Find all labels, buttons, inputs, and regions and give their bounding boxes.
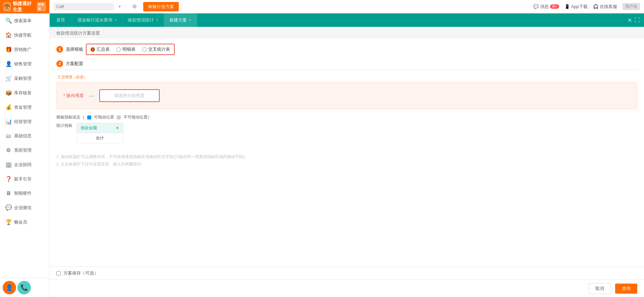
radio-cross-input[interactable] (142, 47, 147, 52)
step1-title: 选择模板 (66, 46, 83, 52)
sidebar-item-finance[interactable]: 💰 资金管理 (0, 100, 49, 114)
cart-icon: 🛒 (5, 75, 11, 82)
non-draggable-badge (117, 115, 121, 119)
sidebar-item-sales[interactable]: 👤 销售管理 (0, 57, 49, 71)
sidebar-item-newbie[interactable]: ❓ 新手引导 (0, 172, 49, 186)
chevron-down-icon[interactable]: ▼ (116, 126, 119, 130)
footer-bar: 取消 查询 (50, 280, 644, 297)
save-label: 方案保存（可选） (63, 270, 98, 276)
chevron-down-icon[interactable]: ▼ (118, 5, 121, 8)
chart-icon: 📊 (5, 118, 11, 125)
tab-bar: 首页 现金银行流水查询 × 收款情况统计 × 新建方案 × ✕ ⛶ (50, 13, 644, 27)
sidebar-item-system[interactable]: ⚙ 系统管理 (0, 143, 49, 157)
dimension-config-block: 汇总维度（必选） * 纵向维度 — 请选择分组维度 (56, 74, 637, 109)
service-item[interactable]: 🎧 在线客服 (593, 4, 617, 10)
indicator-tables: 统计指标 收款金额 ▼ 合计 (56, 123, 637, 143)
chat-icon: 💬 (5, 204, 11, 211)
trial-button[interactable]: 体验行业方案 (143, 2, 179, 11)
sidebar-item-quick-nav[interactable]: 🏠 快捷导航 (0, 28, 49, 42)
tab-collection-stat-label: 收款情况统计 (128, 17, 154, 23)
radio-summary[interactable]: 汇总表 (91, 46, 110, 52)
question-icon: ❓ (5, 176, 11, 182)
tab-home[interactable]: 首页 (50, 13, 72, 27)
notification-item[interactable]: 💬 消息 99+ (533, 4, 559, 10)
sidebar-item-label: 畅会员 (14, 219, 27, 225)
download-item[interactable]: 📱 App下载 (565, 4, 588, 10)
cancel-button[interactable]: 取消 (588, 283, 611, 294)
radio-detail[interactable]: 明细表 (116, 46, 136, 52)
money-icon: 💰 (5, 104, 11, 110)
sidebar-item-label: 采购管理 (14, 76, 32, 82)
indicator-section-title: 模板指标设定（ (56, 114, 85, 120)
sidebar-bottom-icon1[interactable]: 👤 (3, 281, 16, 294)
notification-label: 消息 (540, 4, 549, 10)
service-icon: 🎧 (593, 4, 598, 9)
radio-cross-label: 交叉统计表 (148, 46, 170, 52)
content-area: 收款情况统计方案设置 1 选择模板 汇总表 明细表 (50, 27, 644, 297)
indicator-table: 收款金额 ▼ 合计 (76, 123, 123, 143)
sidebar-item-search-menu[interactable]: 🔍 搜索菜单 (0, 13, 49, 28)
dimension-select-box[interactable]: 请选择分组维度 (99, 89, 160, 102)
folder-icon: 🗂 (5, 133, 11, 139)
sidebar-item-label: 营销推广 (14, 47, 32, 53)
step1-section: 1 选择模板 汇总表 明细表 交叉统计表 (56, 44, 637, 55)
breadcrumb: 收款情况统计方案设置 (56, 31, 100, 36)
sidebar-bottom-icon2[interactable]: 📞 (17, 281, 31, 294)
sidebar-item-label: 快捷导航 (14, 32, 32, 38)
step2-header: 2 方案配置 (56, 60, 637, 70)
sidebar-item-purchase[interactable]: 🛒 采购管理 (0, 71, 49, 86)
stat-indicator-text: 统计指标 (56, 123, 72, 128)
tab-close-all-icon[interactable]: ✕ (628, 17, 632, 23)
tab-new-plan[interactable]: 新建方案 × (164, 13, 197, 27)
sidebar-item-member[interactable]: 🏆 畅会员 (0, 215, 49, 229)
box-icon: 📦 (5, 90, 11, 96)
tips-item-1: 1. 拖动标题栏可以调整布局，不可跨维度或指标区域拖动栏目字段(只能在同一维度或… (56, 153, 637, 161)
radio-detail-label: 明细表 (122, 46, 136, 52)
tab-collection-stat[interactable]: 收款情况统计 × (122, 13, 164, 27)
radio-summary-input[interactable] (91, 47, 95, 52)
draggable-label: 可拖动位置 (94, 114, 114, 120)
sidebar-item-label: 新手引导 (14, 176, 32, 182)
search-menu-icon: 🔍 (5, 17, 11, 24)
user-avatar[interactable]: 用户名 (623, 3, 640, 10)
indicator-stat-label: 统计指标 (56, 123, 72, 143)
radio-detail-input[interactable] (116, 47, 121, 52)
indicator-header: 模板指标设定（ 可拖动位置 不可拖动位置） (56, 114, 637, 120)
sidebar-item-inventory[interactable]: 📦 库存核算 (0, 86, 49, 100)
sidebar-item-management[interactable]: 📊 经营管理 (0, 114, 49, 129)
sidebar-item-wechat[interactable]: 💬 企业微信 (0, 200, 49, 215)
sidebar-item-basic-info[interactable]: 🗂 基础信息 (0, 129, 49, 143)
tab-new-plan-label: 新建方案 (169, 17, 187, 23)
query-button[interactable]: 查询 (615, 284, 637, 294)
tab-bank-flow-label: 现金银行流水查询 (77, 17, 112, 23)
radio-summary-label: 汇总表 (97, 46, 110, 52)
logo-tag: 标准版 (37, 2, 46, 11)
sidebar-bottom: 👤 📞 (0, 278, 49, 297)
tab-new-plan-close[interactable]: × (189, 18, 191, 22)
save-checkbox[interactable] (56, 271, 61, 276)
sidebar-item-label: 库存核算 (14, 90, 32, 96)
gear-icon[interactable]: ⚙ (130, 2, 139, 11)
sidebar-item-label: 销售管理 (14, 61, 32, 67)
sidebar-item-label: 搜索菜单 (14, 18, 32, 24)
trophy-icon: 🏆 (5, 219, 11, 225)
tips-area: 1. 拖动标题栏可以调整布局，不可跨维度或指标区域拖动栏目字段(只能在同一维度或… (56, 150, 637, 171)
tab-maximize-icon[interactable]: ⛶ (635, 17, 640, 23)
sidebar-item-marketing[interactable]: 🎁 营销推广 (0, 42, 49, 57)
arrow-icon: — (89, 93, 94, 98)
sidebar-item-enterprise[interactable]: 🏢 企业协同 (0, 157, 49, 172)
tab-bank-flow[interactable]: 现金银行流水查询 × (72, 13, 122, 27)
template-radio-group: 汇总表 明细表 交叉统计表 (86, 44, 175, 55)
sidebar-item-label: 企业微信 (14, 205, 32, 211)
user-icon: 👤 (5, 61, 11, 67)
tab-bank-flow-close[interactable]: × (114, 18, 117, 22)
radio-cross[interactable]: 交叉统计表 (142, 46, 170, 52)
home-icon: 🏠 (5, 32, 11, 38)
sidebar-item-label: 企业协同 (14, 162, 32, 168)
step1-number: 1 (56, 46, 63, 53)
search-input[interactable] (54, 3, 114, 10)
save-section: 方案保存（可选） (50, 266, 644, 280)
sidebar-item-hardware[interactable]: 🖥 智能硬件 (0, 186, 49, 200)
step1-header: 1 选择模板 汇总表 明细表 交叉统计表 (56, 44, 637, 55)
tab-collection-stat-close[interactable]: × (156, 18, 158, 22)
